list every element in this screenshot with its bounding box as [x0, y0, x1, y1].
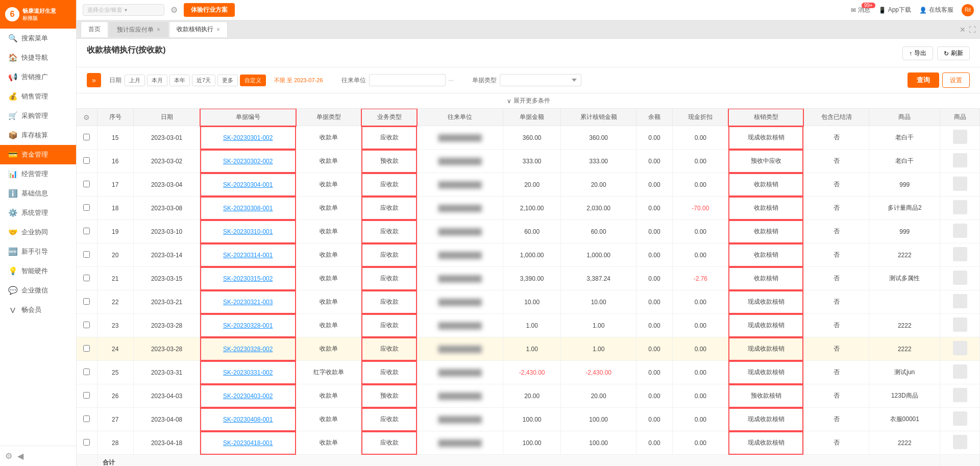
td-checkbox[interactable]: [77, 267, 97, 290]
topbar-gear-icon[interactable]: ⚙: [170, 5, 178, 15]
message-item[interactable]: ✉ 消息 99+: [851, 6, 870, 14]
partner-ellipsis[interactable]: ···: [449, 77, 454, 84]
sidebar-item-finance[interactable]: 💳资金管理: [0, 145, 76, 164]
td-write-off-type: 收款核销: [728, 267, 803, 290]
sidebar-item-quick-nav[interactable]: 🏠快捷导航: [0, 48, 76, 67]
sidebar-item-member[interactable]: V畅会员: [0, 300, 76, 320]
th-gear[interactable]: ⚙: [77, 109, 97, 126]
row-checkbox[interactable]: [83, 298, 90, 305]
td-checkbox[interactable]: [77, 384, 97, 408]
td-biz-type: 应收款: [361, 337, 417, 361]
company-selector[interactable]: 选择企业/账套 ▾: [83, 4, 164, 16]
row-checkbox[interactable]: [83, 134, 90, 140]
sidebar-item-wechat[interactable]: 💬企业微信: [0, 281, 76, 300]
bill-no-link[interactable]: SK-20230408-001: [223, 416, 273, 423]
voucher-type-select[interactable]: [500, 74, 581, 86]
sidebar-item-marketing[interactable]: 📢营销推广: [0, 67, 76, 87]
date-btn-custom[interactable]: 自定义: [240, 75, 266, 86]
td-checkbox[interactable]: [77, 243, 97, 267]
export-button[interactable]: ↑ 导出: [902, 46, 933, 60]
bill-no-link[interactable]: SK-20230418-001: [223, 439, 273, 447]
tab-receivable-close[interactable]: ×: [157, 26, 160, 33]
filter-expand-btn[interactable]: »: [87, 73, 101, 87]
td-cash-discount: 0.00: [673, 243, 728, 267]
refresh-button[interactable]: ↻ 刷新: [937, 46, 970, 60]
td-checkbox[interactable]: [77, 126, 97, 150]
sidebar-item-hardware[interactable]: 💡智能硬件: [0, 261, 76, 281]
service-item[interactable]: 👤 在线客服: [919, 6, 953, 14]
td-checkbox[interactable]: [77, 337, 97, 361]
bill-no-link[interactable]: SK-20230310-001: [223, 228, 273, 235]
td-checkbox[interactable]: [77, 197, 97, 220]
row-checkbox[interactable]: [83, 415, 90, 422]
td-checkbox[interactable]: [77, 220, 97, 243]
expand-more-bar[interactable]: ∨ 展开更多条件: [77, 93, 980, 109]
sidebar-item-operation[interactable]: 📊经营管理: [0, 164, 76, 184]
td-checkbox[interactable]: [77, 290, 97, 314]
td-checkbox[interactable]: [77, 431, 97, 455]
solution-button[interactable]: 体验行业方案: [184, 3, 235, 17]
bill-no-link[interactable]: SK-20230321-003: [223, 299, 273, 306]
bill-no-link[interactable]: SK-20230301-002: [223, 134, 273, 141]
bill-no-link[interactable]: SK-20230302-002: [223, 158, 273, 165]
app-label: App下载: [888, 6, 911, 14]
date-btn-7days[interactable]: 近7天: [192, 75, 215, 86]
td-checkbox[interactable]: [77, 150, 97, 173]
row-checkbox[interactable]: [83, 439, 90, 446]
date-btn-more[interactable]: 更多: [217, 75, 238, 86]
row-checkbox[interactable]: [83, 181, 90, 187]
bill-no-link[interactable]: SK-20230328-002: [223, 346, 273, 353]
row-checkbox[interactable]: [83, 251, 90, 258]
user-avatar[interactable]: Rit: [962, 4, 974, 16]
date-btn-prev-month[interactable]: 上月: [125, 75, 145, 86]
goods-thumbnail: [953, 271, 967, 285]
bill-no-link[interactable]: SK-20230304-001: [223, 181, 273, 188]
sidebar-item-system[interactable]: ⚙️系统管理: [0, 203, 76, 223]
sidebar-item-enterprise[interactable]: 🤝企业协同: [0, 223, 76, 242]
row-checkbox[interactable]: [83, 392, 90, 399]
td-bill-type: 收款单: [296, 290, 361, 314]
bill-no-link[interactable]: SK-20230403-002: [223, 393, 273, 400]
sidebar-item-guide[interactable]: 🆕新手引导: [0, 242, 76, 261]
row-checkbox[interactable]: [83, 345, 90, 352]
sidebar-gear-icon[interactable]: ⚙: [5, 451, 12, 461]
tab-collection-close[interactable]: ×: [216, 26, 220, 33]
row-checkbox[interactable]: [83, 322, 90, 328]
row-checkbox[interactable]: [83, 369, 90, 375]
row-checkbox[interactable]: [83, 228, 90, 234]
row-checkbox[interactable]: [83, 157, 90, 164]
td-checkbox[interactable]: [77, 408, 97, 431]
td-checkbox[interactable]: [77, 173, 97, 197]
row-checkbox[interactable]: [83, 275, 90, 281]
tab-collection[interactable]: 收款核销执行 ×: [169, 21, 228, 37]
bill-no-link[interactable]: SK-20230308-001: [223, 205, 273, 212]
bill-no-link[interactable]: SK-20230331-002: [223, 369, 273, 376]
date-btn-this-month[interactable]: 本月: [147, 75, 167, 86]
tab-close-all-icon[interactable]: ✕: [960, 26, 966, 34]
app-download-item[interactable]: 📱 App下载: [878, 6, 911, 14]
partner-filter-input[interactable]: [369, 74, 446, 86]
td-goods1: 2222: [869, 431, 940, 455]
bill-no-link[interactable]: SK-20230315-002: [223, 275, 273, 282]
sidebar-item-inventory[interactable]: 📦库存核算: [0, 126, 76, 145]
td-checkbox[interactable]: [77, 314, 97, 337]
bill-no-link[interactable]: SK-20230314-001: [223, 252, 273, 259]
sidebar-item-purchase[interactable]: 🛒采购管理: [0, 106, 76, 126]
query-button[interactable]: 查询: [908, 72, 939, 88]
tab-expand-icon[interactable]: ⛶: [969, 26, 976, 34]
td-amount: -2,430.00: [503, 361, 561, 384]
table-settings-icon[interactable]: ⚙: [83, 113, 90, 121]
bill-no-link[interactable]: SK-20230328-001: [223, 322, 273, 329]
tab-receivable[interactable]: 预计应应付单 ×: [109, 22, 168, 37]
sidebar-item-sales[interactable]: 💰销售管理: [0, 87, 76, 106]
setting-button[interactable]: 设置: [942, 72, 970, 88]
sidebar-collapse-icon[interactable]: ◀: [17, 451, 23, 461]
date-btn-this-year[interactable]: 本年: [169, 75, 190, 86]
row-checkbox[interactable]: [83, 204, 90, 211]
tab-home[interactable]: 首页: [81, 21, 108, 37]
sidebar-item-basic[interactable]: ℹ️基础信息: [0, 184, 76, 203]
td-checkbox[interactable]: [77, 361, 97, 384]
td-goods1: 测试多属性: [869, 267, 940, 290]
td-date: 2023-03-31: [133, 361, 200, 384]
sidebar-item-search[interactable]: 🔍搜索菜单: [0, 29, 76, 48]
